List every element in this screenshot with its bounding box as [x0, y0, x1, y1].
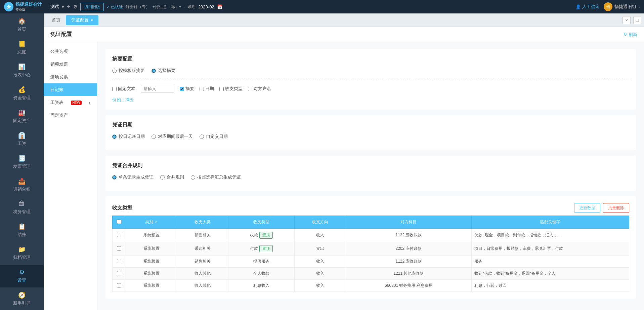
- left-nav-journal[interactable]: 日记账: [44, 83, 97, 96]
- switch-old-btn[interactable]: 切到旧版: [80, 3, 104, 11]
- consult-btn[interactable]: 👤 人工咨询: [575, 4, 600, 10]
- table-row: 系统预置 收入其他 个人收款 收入 1221 其他应收款 收到*借款，收到*备用…: [113, 268, 629, 280]
- cell-subject-4: 1221 其他应收款: [346, 268, 471, 280]
- table-actions: 更新数据 批量删除: [574, 203, 629, 213]
- fixed-text-input[interactable]: [141, 85, 174, 93]
- sidebar-item-archive[interactable]: 📁 归档管理: [0, 242, 44, 265]
- left-nav-purchase-invoice[interactable]: 进项发票: [44, 71, 97, 83]
- radio-merge-rules[interactable]: 合并规则: [160, 174, 184, 180]
- settings-icon: ⚙: [19, 269, 25, 276]
- checkbox-summary[interactable]: 摘要: [180, 86, 194, 92]
- cell-direction-4: 收入: [295, 268, 346, 280]
- radio-single-record[interactable]: 单条记录生成凭证: [112, 174, 154, 180]
- radio-select-summary[interactable]: 选择摘要: [152, 68, 175, 74]
- maximize-btn[interactable]: □: [633, 16, 641, 24]
- two-col-layout: 公共选项 销项发票 进项发票 日记账 工资表 NEW ›: [44, 42, 644, 310]
- logo: 会 畅捷通好会计 专业版: [4, 1, 48, 12]
- left-nav-fixed-asset[interactable]: 固定资产: [44, 109, 97, 122]
- select-all-checkbox[interactable]: [117, 220, 121, 224]
- sidebar-label-archive: 归档管理: [13, 255, 31, 261]
- cell-subject-2: 2202 应付账款: [346, 242, 471, 256]
- archive-icon: 📁: [18, 246, 26, 253]
- sidebar-item-salary[interactable]: 👔 工资: [0, 128, 44, 151]
- row-checkbox-4[interactable]: [117, 271, 121, 275]
- tax-icon: 🏛: [19, 200, 25, 207]
- cell-direction-3: 收入: [295, 256, 346, 268]
- radio-custom-date[interactable]: 自定义日期: [200, 133, 228, 140]
- left-nav-sales-invoice[interactable]: 销项发票: [44, 58, 97, 71]
- sidebar-item-guide[interactable]: 🧭 新手引导: [0, 287, 44, 310]
- radio-journal-date[interactable]: 按日记账日期: [112, 133, 145, 140]
- radio-template-summary[interactable]: 按模板版摘要: [112, 68, 145, 74]
- dropdown-icon[interactable]: ▾: [62, 4, 64, 9]
- sidebar-item-ledger[interactable]: 📒 总账: [0, 36, 44, 59]
- cell-keywords-1: 欠款, 现金，项目款，到付款，报销款，汇入，...: [472, 229, 629, 242]
- income-expense-table: 类别 ∨ 收支大类 收支类型 收支方向 对方科目 匹配关键字: [112, 216, 629, 292]
- sidebar-item-tax[interactable]: 🏛 税务管理: [0, 196, 44, 219]
- col-keywords: 匹配关键字: [472, 216, 629, 229]
- radio-select-summary-gen[interactable]: 按照选择汇总生成凭证: [191, 174, 241, 180]
- sidebar-label-guide: 新手引导: [13, 300, 31, 306]
- cell-keywords-3: 服务: [472, 256, 629, 268]
- tab-voucher-config[interactable]: 凭证配置 ×: [66, 15, 98, 25]
- user-menu[interactable]: 畅 畅捷通旧组...: [604, 2, 640, 11]
- settings-btn[interactable]: ⚙: [73, 4, 78, 9]
- sidebar-item-close[interactable]: 📋 结账: [0, 219, 44, 242]
- row-checkbox-3[interactable]: [117, 259, 121, 263]
- sidebar-label-fixed-assets: 固定资产: [13, 118, 31, 124]
- refresh-btn[interactable]: ↻ 刷新: [624, 32, 637, 38]
- cell-category-2: 系统预置: [126, 242, 177, 256]
- checkbox-fixed-text[interactable]: 固定文本: [112, 86, 135, 92]
- plus-btn[interactable]: +: [67, 3, 71, 10]
- voucher-date-section: 凭证日期 按日记账日期 对应期间最后一天: [105, 115, 636, 150]
- cell-major-1: 销售相关: [177, 229, 228, 242]
- main-layout: 🏠 首页 📒 总账 📊 报表中心 💰 资金管理 🏭 固定资产 👔 工资 🧾 发票…: [0, 13, 644, 310]
- cell-major-5: 收入其他: [177, 280, 228, 292]
- top-bar: 会 畅捷通好会计 专业版 测试 ▾ + ⚙ 切到旧版 ✓ 已认证 好会计（专） …: [0, 0, 644, 13]
- batch-delete-btn[interactable]: 批量删除: [603, 203, 629, 213]
- row-checkbox-1[interactable]: [117, 233, 121, 237]
- sidebar-item-invoices[interactable]: 🧾 发票管理: [0, 151, 44, 173]
- home-icon: 🏠: [18, 17, 26, 25]
- logo-text: 畅捷通好会计: [15, 1, 42, 7]
- page-header: 凭证配置 ↻ 刷新: [44, 27, 644, 42]
- left-nav-payroll[interactable]: 工资表 NEW ›: [44, 96, 97, 109]
- fixed-assets-icon: 🏭: [18, 109, 26, 116]
- certified-tag: ✓ 已认证: [106, 4, 123, 10]
- row-checkbox-5[interactable]: [117, 283, 121, 287]
- test-label: 测试: [50, 4, 59, 10]
- cell-subject-3: 1122 应收账款: [346, 256, 471, 268]
- col-subject: 对方科目: [346, 216, 471, 229]
- reports-icon: 📊: [18, 63, 26, 71]
- tab-home[interactable]: 首页: [46, 15, 66, 25]
- purchase-sales-icon: 📥: [18, 178, 26, 185]
- tab-close-icon[interactable]: ×: [91, 18, 93, 23]
- close-window-btn[interactable]: ×: [622, 16, 631, 24]
- row-checkbox-2[interactable]: [117, 246, 121, 250]
- sidebar-label-reports: 报表中心: [13, 72, 31, 78]
- cell-direction-2: 支出: [295, 242, 346, 256]
- cell-type-4: 个人收款: [228, 268, 295, 280]
- table-row: 系统预置 销售相关 收款 置顶 收入 1122 应收账款 欠款, 现金，项目款，…: [113, 229, 629, 242]
- user-label: 畅捷通旧组...: [614, 4, 640, 10]
- left-nav-public[interactable]: 公共选项: [44, 45, 97, 58]
- sidebar-item-purchase-sales[interactable]: 📥 进销台账: [0, 173, 44, 196]
- sidebar-item-reports[interactable]: 📊 报表中心: [0, 59, 44, 82]
- cell-subject-5: 660301 财务费用 利息费用: [346, 280, 471, 292]
- checkbox-date[interactable]: 日期: [200, 86, 214, 92]
- top-bar-center: 测试 ▾ + ⚙ 切到旧版 ✓ 已认证 好会计（专） +好生意（标）+... 账…: [50, 3, 573, 11]
- sidebar-item-settings[interactable]: ⚙ 设置: [0, 265, 44, 287]
- table-header: 收支类型 更新数据 批量删除: [112, 203, 629, 213]
- checkbox-other-party[interactable]: 对方户名: [248, 86, 271, 92]
- voucher-date-title: 凭证日期: [112, 122, 629, 128]
- update-data-btn[interactable]: 更新数据: [574, 203, 600, 213]
- checkbox-pay-type[interactable]: 收支类型: [219, 86, 243, 92]
- sidebar-item-home[interactable]: 🏠 首页: [0, 13, 44, 36]
- col-direction: 收支方向: [295, 216, 346, 229]
- sidebar-label-home: 首页: [17, 26, 26, 32]
- sidebar-item-funds[interactable]: 💰 资金管理: [0, 82, 44, 105]
- cell-category-1: 系统预置: [126, 229, 177, 242]
- left-nav: 公共选项 销项发票 进项发票 日记账 工资表 NEW ›: [44, 42, 97, 310]
- radio-period-last-day[interactable]: 对应期间最后一天: [152, 133, 193, 140]
- sidebar-item-fixed-assets[interactable]: 🏭 固定资产: [0, 105, 44, 128]
